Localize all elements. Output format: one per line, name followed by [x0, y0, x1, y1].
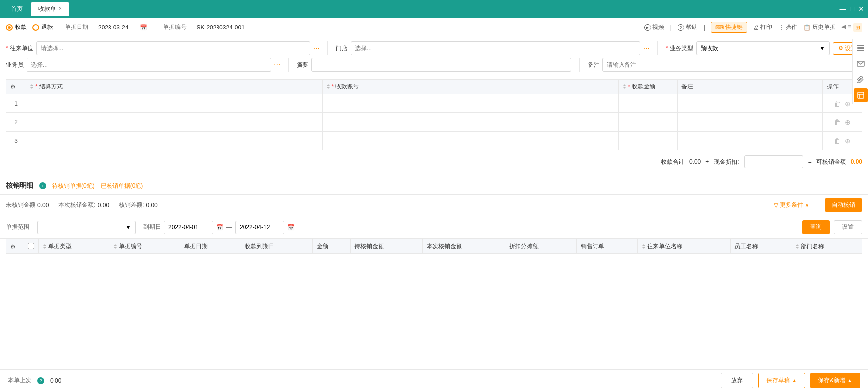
- tab-active[interactable]: 收款单 ×: [31, 2, 69, 16]
- auto-cancel-btn[interactable]: 自动核销: [825, 198, 862, 212]
- business-type-label: 业务类型: [666, 44, 693, 53]
- sort-settle-icon[interactable]: [30, 84, 34, 89]
- staff-input[interactable]: [27, 58, 271, 72]
- row-2-copy-icon[interactable]: ⊕: [845, 118, 851, 126]
- row-2-note[interactable]: [678, 113, 823, 132]
- date-calendar-from-icon[interactable]: 📅: [216, 224, 223, 231]
- row-3-account[interactable]: [322, 132, 619, 150]
- svg-rect-1: [857, 47, 864, 49]
- sidebar-attach-icon[interactable]: [854, 73, 868, 86]
- pending-tab[interactable]: 待核销单据(0笔): [52, 182, 95, 190]
- row-1-account[interactable]: [322, 94, 619, 113]
- sidebar-expand-icon[interactable]: [854, 88, 868, 102]
- row-2-amount[interactable]: [619, 113, 678, 132]
- sidebar-table-icon[interactable]: [854, 41, 868, 55]
- sort-dept-icon[interactable]: [795, 244, 799, 249]
- sort-type-icon[interactable]: [43, 244, 47, 249]
- layout-list-icon[interactable]: ≡: [848, 23, 851, 32]
- date-label: 单据日期: [65, 23, 88, 31]
- help-btn[interactable]: ? 帮助: [678, 23, 698, 31]
- query-btn[interactable]: 查询: [802, 220, 830, 234]
- tab-bar-right: — □ ✕: [840, 5, 864, 13]
- sort-number-icon[interactable]: [113, 244, 117, 249]
- table2-select-all[interactable]: [28, 243, 34, 249]
- operate-btn[interactable]: ⋮ 操作: [778, 23, 797, 31]
- col-settings-header[interactable]: ⚙: [6, 80, 26, 94]
- nav-prev-icon[interactable]: ◀: [841, 23, 846, 32]
- business-type-select[interactable]: 预收款 ▼: [696, 41, 830, 55]
- layout-grid-icon[interactable]: ⊞: [853, 23, 862, 32]
- print-btn[interactable]: 🖨 打印: [753, 23, 772, 31]
- row-3-note[interactable]: [678, 132, 823, 150]
- row-3-settle[interactable]: [26, 132, 323, 150]
- plus-sign: +: [705, 158, 709, 165]
- save-new-label: 保存&新增: [818, 376, 845, 385]
- more-conditions-btn[interactable]: ▽ 更多条件 ∧: [774, 201, 809, 209]
- stats-row: 未核销金额 0.00 本次核销金额: 0.00 核销差额: 0.00 ▽ 更多条…: [0, 195, 868, 216]
- shop-more-btn[interactable]: ···: [643, 44, 650, 53]
- shop-input[interactable]: [351, 41, 640, 55]
- sort-amount-icon[interactable]: [623, 84, 626, 89]
- discount-input[interactable]: [744, 155, 803, 168]
- shortcut-btn[interactable]: ⌨ 快捷键: [711, 22, 747, 33]
- sort-account-icon[interactable]: [326, 84, 330, 89]
- partner-col: 往来单位 ···: [6, 41, 320, 55]
- shortcut-label: 快捷键: [725, 23, 743, 31]
- radio-receive-dot: [6, 24, 13, 31]
- window-close-icon[interactable]: ✕: [858, 5, 864, 13]
- sidebar-email-icon[interactable]: [854, 57, 868, 71]
- save-draft-btn[interactable]: 保存草稿 ▲: [758, 373, 805, 388]
- row-1-delete-icon[interactable]: 🗑: [834, 100, 841, 108]
- row-1-amount[interactable]: [619, 94, 678, 113]
- print-icon: 🖨: [753, 24, 759, 31]
- footer-value: 0.00: [50, 377, 61, 384]
- filter-settings-btn[interactable]: 设置: [834, 220, 862, 234]
- row-1-copy-icon[interactable]: ⊕: [845, 100, 851, 108]
- table2-checkbox-header[interactable]: [24, 239, 39, 254]
- footer-info-icon[interactable]: ?: [37, 377, 44, 384]
- partner-more-btn[interactable]: ···: [313, 44, 320, 53]
- radio-receive[interactable]: 收款: [6, 23, 27, 31]
- row-2-settle[interactable]: [26, 113, 323, 132]
- partner-input[interactable]: [36, 41, 310, 55]
- staff-more-btn[interactable]: ···: [274, 60, 280, 69]
- col-note-header: 备注: [678, 80, 823, 94]
- window-min-icon[interactable]: —: [840, 5, 846, 13]
- history-label: 历史单据: [812, 23, 836, 31]
- tab-close-icon[interactable]: ×: [59, 2, 62, 16]
- row-2-delete-icon[interactable]: 🗑: [834, 118, 841, 126]
- done-tab[interactable]: 已核销单据(0笔): [101, 182, 143, 190]
- date-to-input[interactable]: [235, 221, 284, 234]
- row-1-settle[interactable]: [26, 94, 323, 113]
- note-input[interactable]: [602, 58, 862, 72]
- history-btn[interactable]: 📋 历史单据: [803, 23, 836, 31]
- radio-refund[interactable]: 退款: [32, 23, 53, 31]
- tab-home[interactable]: 首页: [4, 2, 29, 16]
- row-3-delete-icon[interactable]: 🗑: [834, 137, 841, 145]
- row-3-amount[interactable]: [619, 132, 678, 150]
- form-row-2: 业务员 ··· 摘要 备注: [6, 58, 862, 72]
- date-from-input[interactable]: [164, 221, 213, 234]
- row-2-account[interactable]: [322, 113, 619, 132]
- total-value: 0.00: [689, 158, 701, 165]
- discard-btn[interactable]: 放弃: [721, 373, 753, 388]
- save-draft-label: 保存草稿: [766, 376, 790, 385]
- date-calendar-to-icon[interactable]: 📅: [287, 224, 295, 231]
- range-select[interactable]: ▼: [37, 221, 136, 234]
- date-icon[interactable]: 📅: [140, 24, 147, 31]
- save-new-btn[interactable]: 保存&新增 ▲: [810, 373, 860, 388]
- table2-settings-header[interactable]: ⚙: [6, 239, 24, 254]
- section2-info-icon[interactable]: i: [39, 182, 46, 189]
- table-settings-icon[interactable]: ⚙: [10, 84, 16, 90]
- shop-label: 门店: [336, 44, 348, 53]
- row-3-copy-icon[interactable]: ⊕: [845, 137, 851, 145]
- summary-input[interactable]: [311, 58, 571, 72]
- table2-settings-icon[interactable]: ⚙: [10, 243, 16, 250]
- uncancelled-value: 0.00: [37, 202, 49, 209]
- radio-group: 收款 退款: [6, 23, 53, 31]
- shortcut-icon: ⌨: [715, 24, 724, 31]
- row-1-note[interactable]: [678, 94, 823, 113]
- window-max-icon[interactable]: □: [850, 5, 854, 13]
- sort-partner-icon[interactable]: [642, 244, 646, 249]
- video-btn[interactable]: ▶ 视频: [644, 23, 664, 31]
